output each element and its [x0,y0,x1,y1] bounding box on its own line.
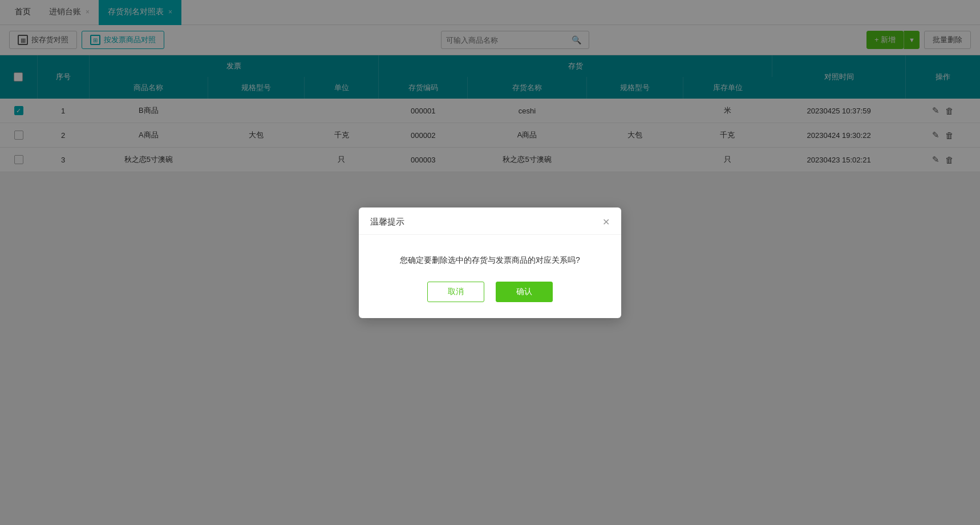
dialog-overlay: 温馨提示 ✕ 您确定要删除选中的存货与发票商品的对应关系吗? 取消 确认 [0,0,980,172]
